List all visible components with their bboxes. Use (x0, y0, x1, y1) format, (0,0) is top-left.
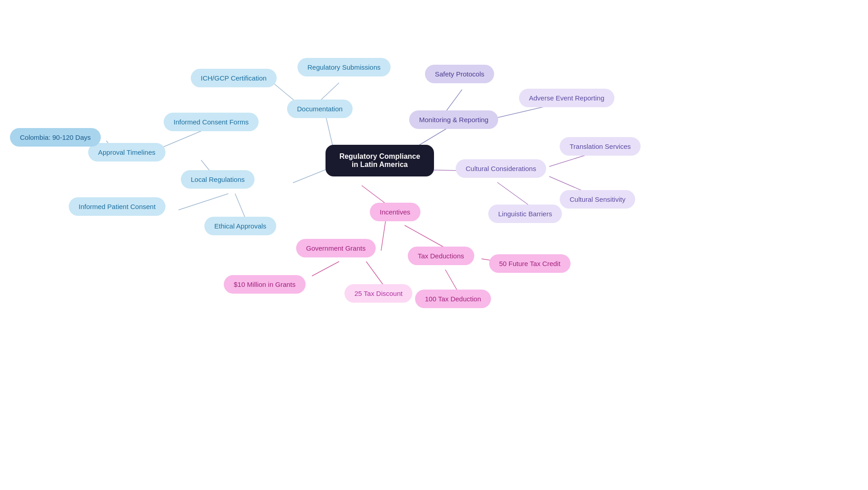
safety-protocols-node: Safety Protocols (425, 65, 494, 83)
svg-line-0 (293, 170, 326, 183)
incentives-label: Incentives (380, 208, 410, 216)
svg-line-18 (405, 225, 445, 248)
ten-million-grants-node: $10 Million in Grants (224, 275, 306, 294)
informed-patient-consent-node: Informed Patient Consent (69, 197, 165, 216)
adverse-event-node: Adverse Event Reporting (519, 89, 614, 107)
hundred-tax-deduction-node: 100 Tax Deduction (415, 290, 491, 308)
svg-line-20 (366, 262, 383, 285)
50-future-tax-credit-label: 50 Future Tax Credit (499, 260, 561, 267)
ich-gcp-node: ICH/GCP Certification (191, 69, 277, 87)
svg-line-21 (445, 270, 458, 291)
local-regs-label: Local Regulations (191, 176, 245, 183)
ethical-approvals-label: Ethical Approvals (214, 222, 266, 230)
cultural-considerations-node: Cultural Considerations (456, 159, 546, 178)
translation-services-label: Translation Services (570, 143, 631, 150)
ten-million-label: $10 Million in Grants (234, 281, 296, 288)
svg-line-12 (445, 90, 462, 112)
fifty-future-tax-credit-node: 50 Future Tax Credit (489, 254, 571, 273)
government-grants-label: Government Grants (306, 244, 366, 252)
tax-deductions-node: Tax Deductions (408, 247, 474, 265)
approval-timelines-node: Approval Timelines (88, 143, 165, 162)
adverse-event-label: Adverse Event Reporting (529, 94, 604, 102)
tax-deductions-label: Tax Deductions (418, 252, 464, 260)
colombia-days-label: Colombia: 90-120 Days (20, 133, 91, 141)
documentation-node: Documentation (287, 100, 353, 118)
regulatory-submissions-label: Regulatory Submissions (307, 63, 381, 71)
100-tax-deduction-label: 100 Tax Deduction (425, 295, 481, 303)
cultural-sensitivity-node: Cultural Sensitivity (560, 190, 635, 209)
ethical-approvals-node: Ethical Approvals (204, 217, 276, 235)
25-tax-discount-label: 25 Tax Discount (354, 290, 402, 297)
incentives-node: Incentives (370, 203, 420, 221)
monitoring-reporting-label: Monitoring & Reporting (419, 116, 488, 124)
informed-consent-forms-node: Informed Consent Forms (164, 113, 259, 131)
linguistic-barriers-label: Linguistic Barriers (498, 210, 552, 218)
government-grants-node: Government Grants (296, 239, 376, 257)
svg-line-7 (235, 194, 245, 219)
approval-timelines-label: Approval Timelines (98, 148, 156, 156)
regulatory-submissions-node: Regulatory Submissions (297, 58, 391, 76)
svg-line-19 (312, 262, 339, 276)
translation-services-node: Translation Services (560, 137, 641, 156)
center-node: Regulatory Compliance in Latin America (326, 145, 434, 176)
informed-patient-label: Informed Patient Consent (79, 203, 156, 210)
svg-line-6 (179, 194, 228, 210)
ich-gcp-label: ICH/GCP Certification (201, 74, 267, 82)
linguistic-barriers-node: Linguistic Barriers (488, 205, 562, 223)
local-regulations-node: Local Regulations (181, 170, 255, 189)
twenty-five-tax-discount-node: 25 Tax Discount (344, 284, 412, 303)
safety-protocols-label: Safety Protocols (435, 70, 484, 78)
documentation-label: Documentation (297, 105, 343, 113)
informed-consent-forms-label: Informed Consent Forms (174, 118, 249, 126)
center-label: Regulatory Compliance in Latin America (336, 152, 423, 169)
monitoring-reporting-node: Monitoring & Reporting (409, 110, 498, 129)
cultural-sensitivity-label: Cultural Sensitivity (570, 195, 625, 203)
svg-line-16 (497, 182, 530, 206)
cultural-considerations-label: Cultural Considerations (466, 165, 536, 172)
colombia-days-node: Colombia: 90-120 Days (10, 128, 101, 147)
